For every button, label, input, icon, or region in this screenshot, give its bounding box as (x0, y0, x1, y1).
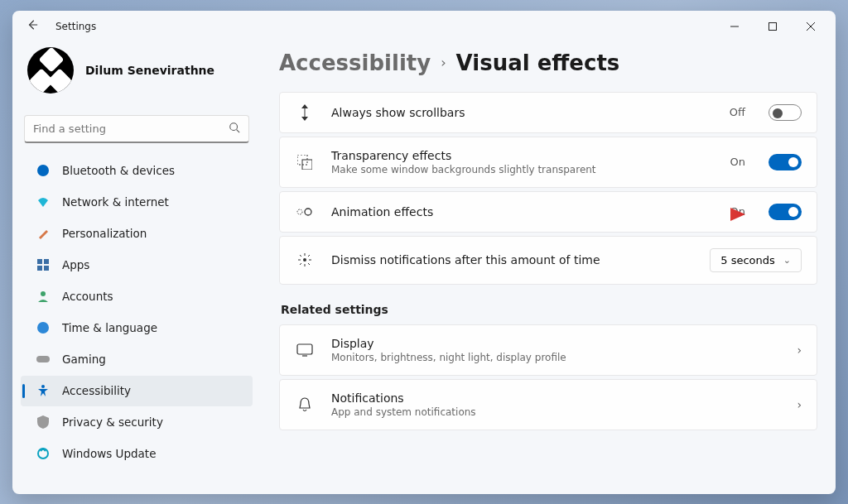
setting-dismiss-notifications[interactable]: Dismiss notifications after this amount … (279, 236, 817, 285)
sidebar-item-gaming[interactable]: Gaming (21, 344, 253, 375)
timer-icon (295, 252, 315, 268)
breadcrumb: Accessibility › Visual effects (279, 50, 817, 75)
setting-scrollbars[interactable]: Always show scrollbars Off (279, 92, 817, 133)
wifi-icon (36, 194, 51, 209)
svg-point-10 (41, 291, 46, 296)
update-icon (36, 446, 51, 461)
page-title: Visual effects (456, 50, 620, 75)
search-box[interactable] (24, 115, 249, 143)
svg-rect-8 (37, 266, 42, 271)
sidebar-item-accessibility[interactable]: Accessibility (21, 376, 253, 406)
back-button[interactable] (24, 18, 41, 34)
related-label: Display (331, 337, 780, 350)
settings-window: Settings Dilum Senevirathne Blue (12, 11, 836, 494)
window-title: Settings (55, 21, 96, 32)
toggle-state: Off (730, 106, 745, 118)
sidebar-item-label: Network & internet (62, 195, 169, 209)
toggle-state: On (730, 205, 745, 218)
globe-clock-icon (36, 320, 51, 335)
setting-label: Transparency effects (331, 149, 714, 162)
chevron-down-icon: ⌄ (783, 255, 791, 266)
sidebar-item-label: Windows Update (62, 447, 156, 460)
setting-sub: Make some window backgrounds slightly tr… (331, 164, 714, 175)
toggle-animation[interactable] (768, 204, 802, 220)
search-input[interactable] (33, 122, 229, 135)
setting-label: Always show scrollbars (331, 106, 713, 119)
sidebar-item-label: Gaming (62, 353, 106, 366)
related-display[interactable]: Display Monitors, brightness, night ligh… (279, 324, 817, 376)
toggle-transparency[interactable] (768, 154, 802, 170)
svg-line-23 (300, 255, 301, 257)
svg-line-25 (308, 255, 310, 257)
related-sub: App and system notifications (331, 406, 780, 418)
profile[interactable]: Dilum Senevirathne (17, 42, 256, 108)
sidebar-item-label: Bluetooth & devices (62, 164, 175, 177)
dropdown-value: 5 seconds (720, 254, 775, 266)
svg-point-17 (297, 209, 302, 214)
window-controls (716, 14, 829, 39)
sidebar-item-accounts[interactable]: Accounts (21, 281, 253, 312)
sidebar-item-apps[interactable]: Apps (21, 250, 253, 281)
minimize-button[interactable] (716, 14, 753, 39)
close-button[interactable] (793, 14, 829, 39)
shield-icon (36, 415, 51, 430)
sidebar-item-label: Personalization (62, 227, 147, 240)
accessibility-icon (36, 383, 51, 398)
bluetooth-icon (36, 163, 51, 178)
display-icon (295, 343, 315, 357)
sidebar-item-time-language[interactable]: Time & language (21, 313, 253, 343)
svg-line-24 (308, 263, 310, 265)
search-icon (229, 122, 240, 136)
person-icon (36, 289, 51, 304)
sidebar-item-label: Apps (62, 258, 89, 271)
chevron-right-icon: › (797, 343, 802, 357)
svg-point-27 (303, 258, 306, 262)
svg-point-12 (41, 385, 45, 388)
maximize-button[interactable] (754, 14, 791, 39)
gamepad-icon (36, 352, 51, 367)
related-label: Notifications (331, 391, 780, 405)
chevron-right-icon: › (797, 398, 802, 411)
chevron-right-icon: › (441, 55, 446, 70)
animation-icon (295, 205, 315, 218)
content: Dilum Senevirathne Bluetooth & devices N… (12, 42, 836, 494)
toggle-scrollbars[interactable] (768, 104, 802, 121)
svg-point-4 (230, 122, 238, 130)
breadcrumb-parent[interactable]: Accessibility (279, 50, 431, 75)
setting-transparency[interactable]: Transparency effects Make some window ba… (279, 137, 817, 188)
svg-line-26 (300, 263, 301, 265)
related-header: Related settings (281, 303, 817, 316)
sidebar-item-bluetooth[interactable]: Bluetooth & devices (21, 156, 253, 186)
svg-line-5 (237, 129, 240, 132)
nav: Bluetooth & devices Network & internet P… (17, 155, 256, 494)
setting-animation[interactable]: Animation effects On (279, 191, 817, 233)
username: Dilum Senevirathne (85, 64, 214, 77)
svg-rect-28 (297, 344, 312, 354)
svg-rect-9 (44, 266, 49, 271)
sidebar-item-label: Time & language (62, 321, 157, 334)
setting-label: Animation effects (331, 205, 714, 218)
svg-point-13 (38, 449, 48, 458)
dismiss-dropdown[interactable]: 5 seconds ⌄ (710, 248, 802, 272)
svg-rect-6 (37, 259, 42, 264)
main: Accessibility › Visual effects Always sh… (261, 42, 836, 494)
svg-rect-11 (36, 356, 50, 362)
related-notifications[interactable]: Notifications App and system notificatio… (279, 379, 817, 430)
svg-point-18 (305, 209, 311, 215)
bell-icon (295, 396, 315, 413)
sidebar-item-network[interactable]: Network & internet (21, 187, 253, 218)
apps-icon (36, 257, 51, 272)
svg-rect-1 (769, 22, 777, 30)
sidebar-item-privacy[interactable]: Privacy & security (21, 407, 253, 438)
related-sub: Monitors, brightness, night light, displ… (331, 352, 780, 363)
sidebar-item-label: Accessibility (62, 384, 131, 397)
avatar (27, 47, 74, 94)
sidebar-item-label: Accounts (62, 290, 113, 303)
sidebar-item-windows-update[interactable]: Windows Update (21, 439, 253, 469)
titlebar: Settings (12, 11, 836, 42)
sidebar-item-personalization[interactable]: Personalization (21, 218, 253, 249)
transparency-icon (295, 155, 315, 170)
setting-label: Dismiss notifications after this amount … (331, 253, 693, 266)
svg-rect-7 (44, 259, 49, 264)
scrollbars-icon (295, 104, 315, 121)
